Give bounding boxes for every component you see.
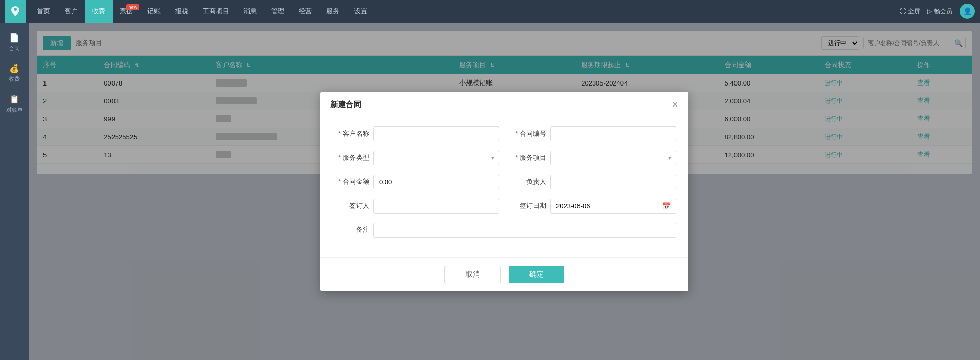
form-group-remark: 备注 bbox=[332, 223, 676, 238]
nav-tax[interactable]: 报税 bbox=[168, 0, 195, 23]
service-project-label: 服务项目 bbox=[509, 153, 546, 162]
play-icon: ▷ bbox=[927, 8, 932, 15]
main-layout: 📄 合同 💰 收费 📋 对账单 新增 服务项目 进行中 bbox=[0, 23, 980, 360]
contract-amount-label: 合同金额 bbox=[332, 177, 369, 186]
nav-right: ⛶ 全屏 ▷ 畅会员 👤 bbox=[900, 4, 975, 19]
form-group-contract-no: 合同编号 bbox=[509, 126, 676, 141]
billing-icon: 💰 bbox=[9, 62, 20, 74]
responsible-person-label: 负责人 bbox=[509, 177, 546, 186]
form-group-customer: 客户名称 bbox=[332, 126, 499, 141]
signatory-label: 签订人 bbox=[332, 201, 369, 210]
service-type-label: 服务类型 bbox=[332, 153, 369, 162]
fullscreen-icon: ⛶ bbox=[900, 8, 906, 15]
nav-invoice[interactable]: 票据 new bbox=[113, 0, 140, 23]
nav-customer[interactable]: 客户 bbox=[57, 0, 85, 23]
top-nav: 首页 客户 收费 票据 new 记账 报税 工商项目 消息 管理 经营 服务 设… bbox=[0, 0, 980, 23]
customer-name-label: 客户名称 bbox=[332, 129, 369, 138]
nav-operation[interactable]: 经营 bbox=[292, 0, 319, 23]
responsible-person-input[interactable] bbox=[550, 175, 676, 189]
form-row-4: 签订人 签订日期 📅 bbox=[332, 199, 676, 214]
avatar-icon: 👤 bbox=[963, 7, 972, 15]
nav-manage[interactable]: 管理 bbox=[264, 0, 292, 23]
nav-settings[interactable]: 设置 bbox=[347, 0, 374, 23]
contract-no-label: 合同编号 bbox=[509, 129, 546, 138]
calendar-icon[interactable]: 📅 bbox=[662, 202, 671, 210]
sidebar-item-contract[interactable]: 📄 合同 bbox=[1, 28, 28, 56]
nav-billing[interactable]: 收费 bbox=[85, 0, 113, 23]
nav-accounting[interactable]: 记账 bbox=[140, 0, 168, 23]
modal-title: 新建合同 bbox=[330, 100, 361, 110]
contract-no-input[interactable] bbox=[550, 126, 676, 141]
contract-amount-input[interactable] bbox=[373, 175, 499, 189]
remark-input[interactable] bbox=[373, 223, 676, 238]
confirm-button[interactable]: 确定 bbox=[509, 266, 564, 283]
modal-header: 新建合同 ✕ bbox=[320, 92, 688, 116]
member-btn[interactable]: ▷ 畅会员 bbox=[927, 7, 952, 16]
modal-overlay: 新建合同 ✕ 客户名称 合同编号 bbox=[29, 23, 980, 360]
service-project-select-wrapper bbox=[550, 151, 676, 165]
form-group-responsible: 负责人 bbox=[509, 175, 676, 189]
new-badge: new bbox=[126, 4, 139, 10]
sign-date-wrapper: 📅 bbox=[550, 199, 676, 214]
form-group-amount: 合同金额 bbox=[332, 175, 499, 189]
form-row-2: 服务类型 服务项目 bbox=[332, 151, 676, 165]
form-row-1: 客户名称 合同编号 bbox=[332, 126, 676, 141]
nav-service[interactable]: 服务 bbox=[319, 0, 347, 23]
sign-date-label: 签订日期 bbox=[509, 201, 546, 210]
contract-icon: 📄 bbox=[9, 32, 20, 43]
service-project-select[interactable] bbox=[550, 151, 676, 165]
form-group-sign-date: 签订日期 📅 bbox=[509, 199, 676, 214]
cancel-button[interactable]: 取消 bbox=[444, 266, 501, 283]
form-row-3: 合同金额 负责人 bbox=[332, 175, 676, 189]
modal-close-button[interactable]: ✕ bbox=[672, 100, 678, 110]
nav-home[interactable]: 首页 bbox=[30, 0, 57, 23]
content-area: 新增 服务项目 进行中 🔍 序号 合同编码 ⇅ bbox=[29, 23, 980, 360]
service-type-select[interactable] bbox=[373, 151, 499, 165]
sidebar-item-reconcile[interactable]: 📋 对账单 bbox=[1, 89, 28, 118]
customer-name-input[interactable] bbox=[373, 126, 499, 141]
form-group-signatory: 签订人 bbox=[332, 199, 499, 214]
service-type-select-wrapper bbox=[373, 151, 499, 165]
modal-body: 客户名称 合同编号 服务类型 bbox=[320, 116, 688, 257]
reconcile-icon: 📋 bbox=[9, 93, 20, 104]
sidebar: 📄 合同 💰 收费 📋 对账单 bbox=[0, 23, 29, 360]
sign-date-input[interactable] bbox=[556, 202, 659, 210]
remark-label: 备注 bbox=[332, 225, 369, 235]
nav-business[interactable]: 工商项目 bbox=[195, 0, 236, 23]
nav-message[interactable]: 消息 bbox=[236, 0, 264, 23]
app-logo bbox=[5, 0, 26, 23]
form-group-service-type: 服务类型 bbox=[332, 151, 499, 165]
modal-dialog: 新建合同 ✕ 客户名称 合同编号 bbox=[320, 92, 688, 291]
signatory-input[interactable] bbox=[373, 199, 499, 214]
fullscreen-btn[interactable]: ⛶ 全屏 bbox=[900, 7, 920, 16]
form-row-5: 备注 bbox=[332, 223, 676, 238]
sidebar-item-billing[interactable]: 💰 收费 bbox=[1, 58, 28, 87]
modal-footer: 取消 确定 bbox=[320, 257, 688, 291]
avatar[interactable]: 👤 bbox=[960, 4, 975, 19]
form-group-service-project: 服务项目 bbox=[509, 151, 676, 165]
